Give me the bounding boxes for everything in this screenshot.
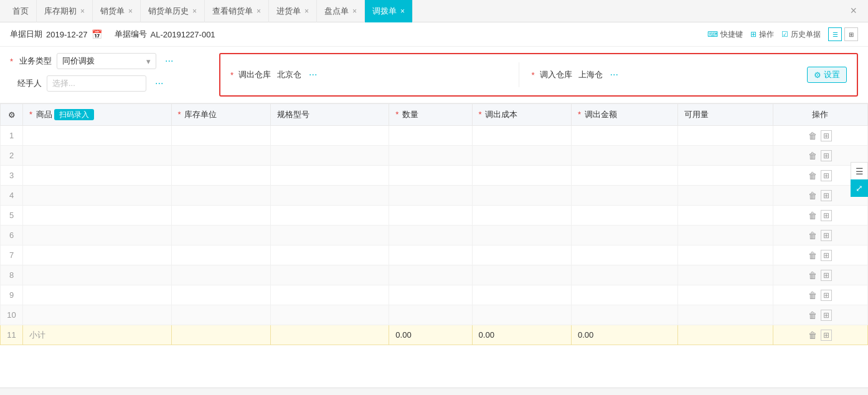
tab-sales-order[interactable]: 销货单 × — [93, 0, 141, 22]
tab-purchase-close[interactable]: × — [304, 7, 309, 16]
row-cost-1[interactable] — [472, 126, 571, 146]
row-cost-9[interactable] — [472, 285, 571, 305]
row-copy-icon-10[interactable]: ⊞ — [821, 310, 832, 321]
row-product-4[interactable] — [23, 186, 172, 206]
row-copy-icon-7[interactable]: ⊞ — [821, 250, 832, 261]
row-product-10[interactable] — [23, 305, 172, 325]
row-unit-4[interactable] — [171, 186, 270, 206]
row-product-2[interactable] — [23, 146, 172, 166]
handler-select[interactable]: 选择... — [47, 75, 146, 92]
row-cost-5[interactable] — [472, 206, 571, 226]
subtotal-trash-icon[interactable]: 🗑 — [808, 330, 817, 340]
row-qty-2[interactable] — [389, 146, 472, 166]
biz-type-more[interactable]: ··· — [165, 55, 173, 67]
tab-inventory-init-close[interactable]: × — [80, 7, 85, 16]
out-warehouse-more[interactable]: ··· — [309, 69, 317, 80]
tab-inventory-count-close[interactable]: × — [352, 7, 357, 16]
bottom-scrollbar[interactable] — [0, 388, 868, 395]
row-qty-7[interactable] — [389, 245, 472, 265]
tab-purchase[interactable]: 进货单 × — [269, 0, 317, 22]
row-trash-icon-3[interactable]: 🗑 — [808, 171, 817, 181]
row-copy-icon-6[interactable]: ⊞ — [821, 230, 832, 241]
row-spec-3[interactable] — [270, 166, 389, 186]
row-copy-icon-5[interactable]: ⊞ — [821, 210, 832, 221]
row-trash-icon-8[interactable]: 🗑 — [808, 270, 817, 280]
history-button[interactable]: ☑ 历史单据 — [781, 29, 821, 40]
col-header-settings[interactable]: ⚙ — [1, 104, 23, 126]
row-unit-10[interactable] — [171, 305, 270, 325]
row-amount-3[interactable] — [571, 166, 677, 186]
row-spec-10[interactable] — [270, 305, 389, 325]
tab-inventory-count[interactable]: 盘点单 × — [317, 0, 365, 22]
right-expand-icon[interactable]: ⤢ — [851, 179, 868, 197]
row-cost-8[interactable] — [472, 265, 571, 285]
tab-sales-history-close[interactable]: × — [192, 7, 197, 16]
row-qty-1[interactable] — [389, 126, 472, 146]
row-qty-6[interactable] — [389, 226, 472, 245]
row-product-6[interactable] — [23, 226, 172, 245]
row-product-3[interactable] — [23, 166, 172, 186]
in-warehouse-more[interactable]: ··· — [610, 69, 618, 80]
tab-sales-history[interactable]: 销货单历史 × — [141, 0, 205, 22]
row-unit-1[interactable] — [171, 126, 270, 146]
row-unit-9[interactable] — [171, 285, 270, 305]
row-avail-6[interactable] — [678, 226, 773, 245]
layout-list-icon[interactable]: ☰ — [828, 27, 842, 41]
row-copy-icon-3[interactable]: ⊞ — [821, 170, 832, 181]
row-trash-icon-7[interactable]: 🗑 — [808, 250, 817, 260]
right-list-icon[interactable]: ☰ — [851, 162, 868, 179]
row-product-8[interactable] — [23, 265, 172, 285]
layout-grid-icon[interactable]: ⊞ — [844, 27, 858, 41]
tab-transfer-close[interactable]: × — [400, 7, 405, 16]
row-amount-5[interactable] — [571, 206, 677, 226]
row-amount-9[interactable] — [571, 285, 677, 305]
row-avail-1[interactable] — [678, 126, 773, 146]
row-spec-4[interactable] — [270, 186, 389, 206]
row-avail-7[interactable] — [678, 245, 773, 265]
row-trash-icon-4[interactable]: 🗑 — [808, 191, 817, 201]
row-spec-5[interactable] — [270, 206, 389, 226]
row-copy-icon-8[interactable]: ⊞ — [821, 270, 832, 281]
row-qty-10[interactable] — [389, 305, 472, 325]
tab-view-sales[interactable]: 查看销货单 × — [205, 0, 269, 22]
tab-transfer[interactable]: 调拨单 × — [365, 0, 413, 22]
tab-home[interactable]: 首页 — [5, 0, 37, 22]
row-spec-8[interactable] — [270, 265, 389, 285]
row-avail-10[interactable] — [678, 305, 773, 325]
row-unit-7[interactable] — [171, 245, 270, 265]
handler-more[interactable]: ··· — [155, 78, 163, 89]
row-unit-6[interactable] — [171, 226, 270, 245]
row-cost-3[interactable] — [472, 166, 571, 186]
row-cost-7[interactable] — [472, 245, 571, 265]
tab-sales-order-close[interactable]: × — [128, 7, 133, 16]
row-product-9[interactable] — [23, 285, 172, 305]
row-unit-8[interactable] — [171, 265, 270, 285]
calendar-icon[interactable]: 📅 — [92, 29, 102, 39]
row-spec-6[interactable] — [270, 226, 389, 245]
row-spec-9[interactable] — [270, 285, 389, 305]
row-product-5[interactable] — [23, 206, 172, 226]
row-copy-icon-1[interactable]: ⊞ — [821, 130, 832, 141]
row-amount-4[interactable] — [571, 186, 677, 206]
shortcut-button[interactable]: ⌨ 快捷键 — [707, 29, 743, 40]
scan-button[interactable]: 扫码录入 — [54, 109, 94, 120]
row-trash-icon-5[interactable]: 🗑 — [808, 211, 817, 221]
operation-button[interactable]: ⊞ 操作 — [750, 29, 774, 40]
row-trash-icon-10[interactable]: 🗑 — [808, 310, 817, 320]
subtotal-copy-icon[interactable]: ⊞ — [821, 330, 832, 341]
row-copy-icon-4[interactable]: ⊞ — [821, 190, 832, 201]
row-copy-icon-9[interactable]: ⊞ — [821, 290, 832, 301]
row-copy-icon-2[interactable]: ⊞ — [821, 150, 832, 161]
row-cost-10[interactable] — [472, 305, 571, 325]
row-trash-icon-1[interactable]: 🗑 — [808, 131, 817, 141]
row-avail-4[interactable] — [678, 186, 773, 206]
row-spec-1[interactable] — [270, 126, 389, 146]
row-unit-2[interactable] — [171, 146, 270, 166]
row-amount-6[interactable] — [571, 226, 677, 245]
row-unit-5[interactable] — [171, 206, 270, 226]
tab-inventory-init[interactable]: 库存期初 × — [37, 0, 93, 22]
row-qty-9[interactable] — [389, 285, 472, 305]
row-product-7[interactable] — [23, 245, 172, 265]
row-avail-2[interactable] — [678, 146, 773, 166]
row-trash-icon-6[interactable]: 🗑 — [808, 231, 817, 240]
